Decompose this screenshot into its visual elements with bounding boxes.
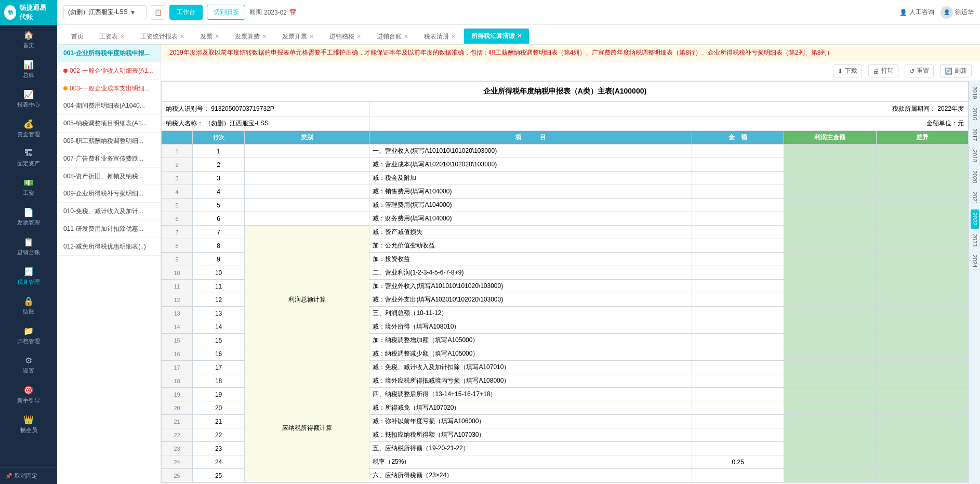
amount-24[interactable]: 0.25 bbox=[692, 455, 784, 469]
year-btn-2019[interactable]: 2019 bbox=[971, 83, 979, 102]
amount-2[interactable] bbox=[692, 158, 784, 172]
amount-9[interactable] bbox=[692, 253, 784, 266]
tab-close-icon[interactable]: ✕ bbox=[309, 33, 314, 40]
amount-13[interactable] bbox=[692, 307, 784, 320]
left-panel-item-008[interactable]: 008-资产折旧、摊销及纳税... bbox=[57, 168, 161, 186]
amount-4[interactable] bbox=[692, 185, 784, 199]
tab-close-icon[interactable]: ✕ bbox=[180, 33, 184, 40]
tab-close-icon[interactable]: ✕ bbox=[404, 33, 408, 40]
left-panel-label: 006-职工薪酬纳税调整明细... bbox=[63, 137, 143, 145]
seq-17: 17 bbox=[193, 361, 245, 374]
old-version-button[interactable]: 切到旧版 bbox=[207, 5, 245, 20]
left-panel-item-007[interactable]: 007-广告费和业务宣传费跌... bbox=[57, 150, 161, 168]
year-btn-2022[interactable]: 2022 bbox=[971, 210, 979, 228]
tab-进销台账[interactable]: 进销台账 ✕ bbox=[369, 29, 416, 44]
user-area[interactable]: 👤 徐运华 bbox=[941, 6, 974, 19]
sidebar-item-member[interactable]: 👑 畅会员 bbox=[0, 410, 57, 439]
document-icon-btn[interactable]: 📋 bbox=[151, 5, 165, 20]
workbench-button[interactable]: 工作台 bbox=[169, 5, 203, 20]
amount-20[interactable] bbox=[692, 401, 784, 415]
tab-label: 进销台账 bbox=[377, 32, 402, 41]
year-btn-2018[interactable]: 2018 bbox=[971, 147, 979, 165]
year-btn-2023[interactable]: 2023 bbox=[971, 231, 979, 250]
left-panel-item-006[interactable]: 006-职工薪酬纳税调整明细... bbox=[57, 133, 161, 150]
amount-10[interactable] bbox=[692, 266, 784, 280]
tab-close-icon[interactable]: ✕ bbox=[262, 33, 267, 40]
amount-5[interactable] bbox=[692, 199, 784, 212]
sidebar-item-home[interactable]: 🏠 首页 bbox=[0, 25, 57, 55]
amount-6[interactable] bbox=[692, 212, 784, 226]
amount-7[interactable] bbox=[692, 226, 784, 239]
left-panel-item-011[interactable]: 011-研发费用加计扣除优惠... bbox=[57, 220, 161, 238]
sidebar-item-capital[interactable]: 💰 资金管理 bbox=[0, 114, 57, 143]
tab-close-icon[interactable]: ✕ bbox=[215, 33, 219, 40]
amount-14[interactable] bbox=[692, 320, 784, 334]
amount-22[interactable] bbox=[692, 428, 784, 442]
item-25: 六、应纳所得税额（23×24） bbox=[369, 469, 692, 482]
sidebar-item-tax[interactable]: 🧾 税务管理 bbox=[0, 261, 57, 291]
left-panel-item-003[interactable]: 003-一般企业成本支出明细... bbox=[57, 80, 161, 98]
tab-所得税汇算清缴[interactable]: 所得税汇算清缴 ✕ bbox=[463, 28, 529, 45]
amount-12[interactable] bbox=[692, 293, 784, 307]
amount-1[interactable] bbox=[692, 145, 784, 158]
sidebar-item-closing[interactable]: 🔒 结账 bbox=[0, 291, 57, 321]
amount-17[interactable] bbox=[692, 361, 784, 374]
sidebar-item-report[interactable]: 📈 报表中心 bbox=[0, 84, 57, 114]
reset-button[interactable]: ↺ 重置 bbox=[905, 64, 934, 77]
amount-16[interactable] bbox=[692, 347, 784, 361]
left-panel-item-005[interactable]: 005-纳税调整项目明细表(A1... bbox=[57, 115, 161, 133]
tab-close-icon[interactable]: ✕ bbox=[451, 33, 456, 40]
year-btn-2017[interactable]: 2017 bbox=[971, 125, 979, 144]
tab-工资统计报表[interactable]: 工资统计报表 ✕ bbox=[133, 29, 192, 44]
download-button[interactable]: ⬇ 下载 bbox=[833, 64, 862, 77]
year-btn-2016[interactable]: 2016 bbox=[971, 104, 979, 123]
print-button[interactable]: 🖨 打印 bbox=[868, 64, 898, 77]
tab-税表清册[interactable]: 税表清册 ✕ bbox=[416, 29, 463, 44]
tab-close-icon[interactable]: ✕ bbox=[356, 33, 361, 40]
amount-19[interactable] bbox=[692, 388, 784, 401]
amount-3[interactable] bbox=[692, 172, 784, 185]
amount-21[interactable] bbox=[692, 415, 784, 428]
left-panel-item-004[interactable]: 004-期间费用明细表(A1040... bbox=[57, 97, 161, 115]
amount-15[interactable] bbox=[692, 334, 784, 347]
year-btn-2024[interactable]: 2024 bbox=[971, 252, 979, 270]
sidebar-item-guide[interactable]: 🎯 新手引导 bbox=[0, 380, 57, 410]
left-panel-item-001[interactable]: 001-企业所得税年度纳税申报... bbox=[57, 45, 161, 62]
year-btn-2021[interactable]: 2021 bbox=[971, 189, 979, 207]
sidebar-item-ledger[interactable]: 📊 总账 bbox=[0, 55, 57, 84]
left-panel-item-009[interactable]: 009-企业所得税补亏损明细... bbox=[57, 185, 161, 203]
refresh-icon: 🔄 bbox=[945, 68, 952, 75]
refresh-button[interactable]: 🔄 刷新 bbox=[940, 64, 972, 77]
year-btn-2020[interactable]: 2020 bbox=[971, 167, 979, 186]
amount-25[interactable] bbox=[692, 469, 784, 482]
left-panel-item-010[interactable]: 010-免税、减计收入及加计... bbox=[57, 203, 161, 220]
tab-发票算费[interactable]: 发票算费 ✕ bbox=[227, 29, 274, 44]
tab-发票[interactable]: 发票 ✕ bbox=[192, 29, 227, 44]
support-area[interactable]: 👤 人工咨询 bbox=[899, 8, 934, 17]
sidebar-item-settings[interactable]: ⚙ 设置 bbox=[0, 350, 57, 380]
top-nav: (勿删）江西服宝-LSS ▼ 📋 工作台 切到旧版 账期 2023-02 📅 👤… bbox=[57, 0, 980, 25]
category-empty-4 bbox=[245, 199, 369, 212]
amount-23[interactable] bbox=[692, 442, 784, 455]
sidebar-item-unpin[interactable]: 📌 取消固定 bbox=[0, 468, 57, 484]
tab-首页[interactable]: 首页 bbox=[63, 29, 91, 44]
amount-18[interactable] bbox=[692, 374, 784, 388]
sidebar-item-purchases[interactable]: 📋 进销台账 bbox=[0, 232, 57, 261]
tab-发票开票[interactable]: 发票开票 ✕ bbox=[274, 29, 322, 44]
profit-9 bbox=[784, 253, 876, 266]
sidebar-item-archive[interactable]: 📁 归档管理 bbox=[0, 321, 57, 350]
tab-close-icon[interactable]: ✕ bbox=[517, 33, 522, 40]
left-panel-item-002[interactable]: 002-一般企业收入明细表(A1... bbox=[57, 62, 161, 80]
sidebar-item-asset[interactable]: 🏗 固定资产 bbox=[0, 143, 57, 173]
tab-close-icon[interactable]: ✕ bbox=[120, 33, 125, 40]
amount-8[interactable] bbox=[692, 239, 784, 253]
tab-进销稽核[interactable]: 进销稽核 ✕ bbox=[322, 29, 369, 44]
tab-工资表[interactable]: 工资表 ✕ bbox=[91, 29, 133, 44]
sidebar-item-invoice[interactable]: 📄 发票管理 bbox=[0, 202, 57, 232]
sidebar-item-salary[interactable]: 💵 工资 bbox=[0, 173, 57, 202]
left-panel-item-012[interactable]: 012-减免所得税优惠明细表(..) bbox=[57, 238, 161, 256]
period-value-cell: 2022年度 bbox=[937, 105, 964, 112]
company-selector[interactable]: (勿删）江西服宝-LSS ▼ bbox=[63, 5, 147, 19]
sidebar-label-member: 畅会员 bbox=[20, 426, 37, 434]
amount-11[interactable] bbox=[692, 280, 784, 293]
